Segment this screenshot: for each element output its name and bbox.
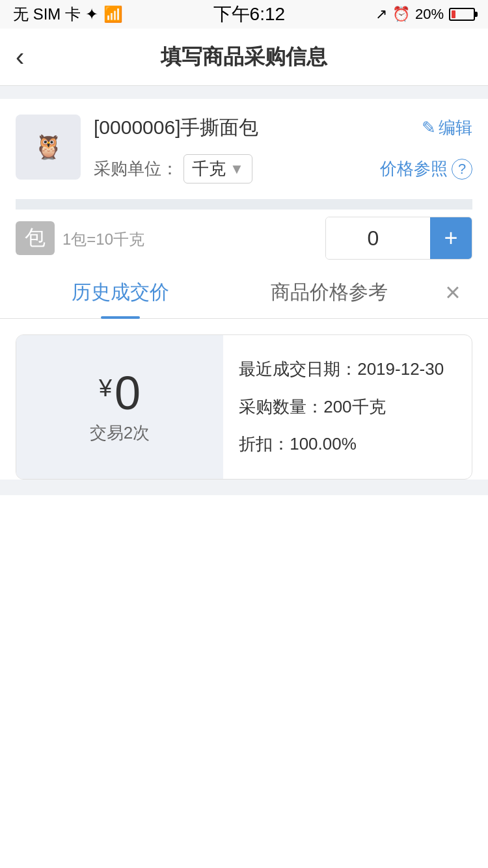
unit-row: 采购单位： 千克 ▼ 价格参照 ? bbox=[94, 154, 472, 183]
bottom-space bbox=[0, 495, 488, 868]
qty-label-group: 包 1包=10千克 bbox=[16, 221, 325, 255]
price-detail-discount: 折扣：100.00% bbox=[239, 431, 456, 458]
unit-dropdown-arrow-icon: ▼ bbox=[230, 161, 244, 178]
price-discount-value: 100.00% bbox=[290, 434, 357, 454]
price-card-left: ¥ 0 交易2次 bbox=[16, 335, 223, 479]
product-thumbnail: 🦉 bbox=[16, 115, 81, 180]
status-time: 下午6:12 bbox=[213, 2, 286, 27]
location-icon: ↗ bbox=[375, 6, 387, 23]
price-detail-date: 最近成交日期：2019-12-30 bbox=[239, 356, 456, 383]
edit-button[interactable]: ✎ 编辑 bbox=[422, 116, 472, 139]
price-detail-qty: 采购数量：200千克 bbox=[239, 394, 456, 421]
unit-value: 千克 bbox=[192, 157, 226, 180]
product-card: 🦉 [0000006]手撕面包 ✎ 编辑 采购单位： 千克 ▼ bbox=[0, 99, 488, 210]
price-card-right: 最近成交日期：2019-12-30 采购数量：200千克 折扣：100.00% bbox=[223, 335, 472, 479]
page-title: 填写商品采购信息 bbox=[161, 43, 327, 72]
price-date-label: 最近成交日期： bbox=[239, 359, 357, 379]
battery-percent: 20% bbox=[415, 6, 444, 23]
tabs-close-button[interactable]: × bbox=[433, 267, 472, 319]
qty-plus-button[interactable]: + bbox=[430, 217, 472, 259]
price-qty-label: 采购数量： bbox=[239, 397, 323, 416]
qty-unit-badge: 包 bbox=[16, 221, 55, 255]
tab-history-price[interactable]: 历史成交价 bbox=[16, 267, 224, 319]
status-right: ↗ ⏰ 20% bbox=[375, 6, 475, 23]
product-name: [0000006]手撕面包 bbox=[94, 115, 258, 141]
price-card: ¥ 0 交易2次 最近成交日期：2019-12-30 采购数量：200千克 折扣… bbox=[16, 334, 472, 480]
price-value: 0 bbox=[115, 370, 141, 416]
qty-conversion: 1包=10千克 bbox=[62, 229, 144, 250]
status-left: 无 SIM 卡 ✦ 📶 bbox=[13, 4, 123, 25]
carrier-text: 无 SIM 卡 ✦ bbox=[13, 4, 98, 25]
edit-icon: ✎ bbox=[422, 118, 436, 138]
product-name-row: [0000006]手撕面包 ✎ 编辑 bbox=[94, 115, 472, 141]
tabs-bar: 历史成交价 商品价格参考 × bbox=[0, 267, 488, 319]
alarm-icon: ⏰ bbox=[392, 6, 410, 23]
product-thumb-icon: 🦉 bbox=[34, 133, 63, 161]
price-trades: 交易2次 bbox=[90, 422, 150, 444]
tabs-section: 历史成交价 商品价格参考 × ¥ 0 交易2次 最近成交日期：2019-12-3… bbox=[0, 267, 488, 480]
price-ref-label: 价格参照 bbox=[380, 157, 448, 180]
price-ref-button[interactable]: 价格参照 ? bbox=[380, 157, 472, 180]
price-date-value: 2019-12-30 bbox=[357, 359, 444, 379]
price-ref-help-icon: ? bbox=[452, 159, 472, 180]
qty-input[interactable] bbox=[326, 217, 430, 259]
nav-bar: ‹ 填写商品采购信息 bbox=[0, 29, 488, 86]
edit-label: 编辑 bbox=[439, 116, 472, 139]
price-discount-label: 折扣： bbox=[239, 434, 290, 454]
back-button[interactable]: ‹ bbox=[16, 42, 24, 72]
section-divider bbox=[16, 199, 472, 210]
price-currency: ¥ bbox=[99, 375, 112, 402]
product-info: [0000006]手撕面包 ✎ 编辑 采购单位： 千克 ▼ 价格参照 ? bbox=[94, 115, 472, 183]
battery-icon bbox=[449, 8, 475, 21]
tab-history-label: 历史成交价 bbox=[72, 279, 169, 306]
product-header: 🦉 [0000006]手撕面包 ✎ 编辑 采购单位： 千克 ▼ bbox=[16, 115, 472, 183]
status-bar: 无 SIM 卡 ✦ 📶 下午6:12 ↗ ⏰ 20% bbox=[0, 0, 488, 29]
unit-label: 采购单位： bbox=[94, 157, 178, 180]
unit-select[interactable]: 千克 ▼ bbox=[183, 154, 252, 183]
quantity-row: 包 1包=10千克 + bbox=[0, 210, 488, 267]
qty-input-group: + bbox=[325, 217, 472, 260]
tab-price-reference[interactable]: 商品价格参考 bbox=[224, 267, 433, 319]
tab-price-ref-label: 商品价格参考 bbox=[271, 279, 388, 306]
price-amount: ¥ 0 bbox=[99, 370, 141, 416]
tab-active-indicator bbox=[101, 316, 140, 319]
back-arrow-icon: ‹ bbox=[16, 42, 24, 72]
price-qty-value: 200千克 bbox=[323, 397, 385, 416]
wifi-icon: 📶 bbox=[103, 5, 123, 23]
